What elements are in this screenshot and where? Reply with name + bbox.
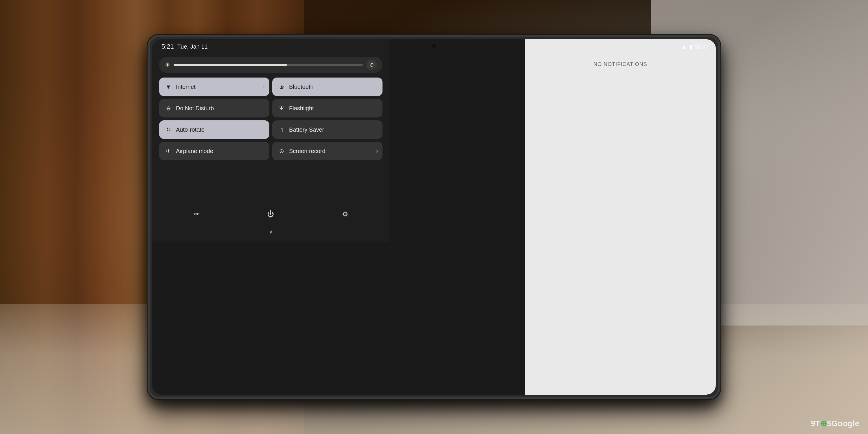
status-time: 5:21 <box>161 43 174 50</box>
watermark-suffix: 5Google <box>827 419 859 428</box>
collapse-icon: ∨ <box>269 228 273 235</box>
edit-button[interactable]: ✏ <box>189 207 204 221</box>
wifi-icon: ▲ <box>681 43 687 50</box>
no-notifications-text: NO NOTIFICATIONS <box>593 61 647 67</box>
status-icons: ▲ ▮ 97% <box>681 43 707 50</box>
screen-record-icon: ⊙ <box>278 148 285 155</box>
do-not-disturb-label: Do Not Disturb <box>176 105 214 112</box>
flashlight-tile[interactable]: Ψ Flashlight <box>272 99 382 118</box>
flashlight-label: Flashlight <box>289 105 314 112</box>
screen-record-tile[interactable]: ⊙ Screen record › <box>272 142 382 160</box>
internet-icon: ▼ <box>165 84 172 90</box>
bluetooth-tile[interactable]: ʙ Bluetooth <box>272 78 382 96</box>
battery-saver-icon: ▯ <box>278 127 285 132</box>
notifications-panel: NO NOTIFICATIONS <box>525 39 716 395</box>
auto-brightness-icon: ⊙ <box>370 62 374 68</box>
auto-rotate-tile[interactable]: ↻ Auto-rotate <box>159 120 269 139</box>
settings-icon: ⚙ <box>342 210 348 218</box>
internet-label: Internet <box>176 84 195 90</box>
auto-rotate-icon: ↻ <box>165 126 172 133</box>
internet-chevron: › <box>263 84 265 90</box>
auto-brightness-button[interactable]: ⊙ <box>366 60 377 70</box>
screen-record-label: Screen record <box>289 148 326 155</box>
auto-rotate-label: Auto-rotate <box>176 126 205 133</box>
tablet-screen: 5:21 Tue, Jan 11 ▲ ▮ 97% ☀ <box>152 39 716 395</box>
battery-saver-tile[interactable]: ▯ Battery Saver <box>272 120 382 139</box>
bluetooth-label: Bluetooth <box>289 84 314 90</box>
quick-settings-footer: ✏ ⏻ ⚙ <box>159 203 382 223</box>
collapse-button[interactable]: ∨ <box>159 227 382 235</box>
tablet-body: 5:21 Tue, Jan 11 ▲ ▮ 97% ☀ <box>148 35 720 399</box>
quick-settings-panel: ☀ ⊙ ▼ Internet › <box>152 39 390 242</box>
status-date: Tue, Jan 11 <box>177 43 208 50</box>
do-not-disturb-tile[interactable]: ⊖ Do Not Disturb <box>159 99 269 118</box>
battery-saver-label: Battery Saver <box>289 126 324 133</box>
tiles-grid: ▼ Internet › ʙ Bluetooth ⊖ Do Not Distur… <box>159 78 382 160</box>
tablet-wrapper: 5:21 Tue, Jan 11 ▲ ▮ 97% ☀ <box>148 35 720 399</box>
brightness-slider-track[interactable] <box>174 64 363 66</box>
camera-hole <box>432 44 436 48</box>
airplane-mode-icon: ✈ <box>165 148 172 155</box>
brightness-slider-row[interactable]: ☀ ⊙ <box>159 57 382 73</box>
brightness-slider-fill <box>174 64 287 66</box>
watermark-prefix: 9T <box>811 419 820 428</box>
settings-button[interactable]: ⚙ <box>338 207 352 221</box>
power-icon: ⏻ <box>267 210 274 218</box>
battery-percentage: 97% <box>695 43 707 50</box>
internet-tile[interactable]: ▼ Internet › <box>159 78 269 96</box>
brightness-low-icon: ☀ <box>165 61 170 68</box>
flashlight-icon: Ψ <box>278 105 285 112</box>
power-button[interactable]: ⏻ <box>264 207 278 221</box>
watermark: 9T⊕5Google <box>811 418 859 428</box>
battery-icon: ▮ <box>689 43 693 50</box>
bluetooth-icon: ʙ <box>278 83 285 90</box>
screen-record-chevron: › <box>376 148 378 154</box>
watermark-accent: ⊕ <box>820 419 827 428</box>
airplane-mode-label: Airplane mode <box>176 148 213 155</box>
edit-icon: ✏ <box>193 210 199 218</box>
airplane-mode-tile[interactable]: ✈ Airplane mode <box>159 142 269 160</box>
do-not-disturb-icon: ⊖ <box>165 105 172 112</box>
